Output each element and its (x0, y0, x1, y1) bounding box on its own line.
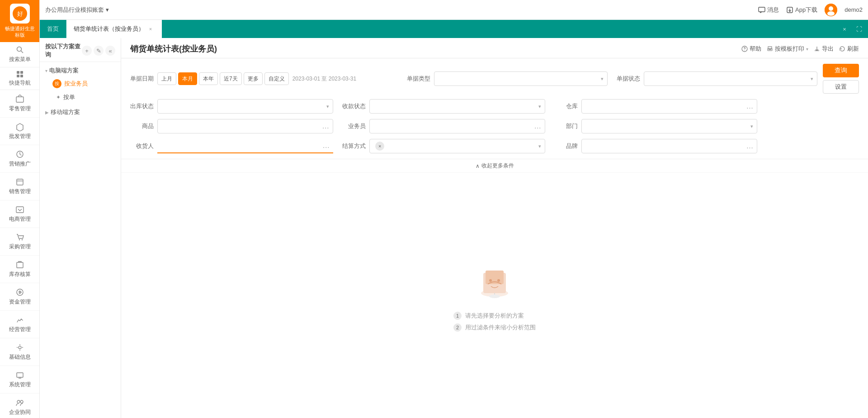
sidebar-item-sales[interactable]: 销售管理 (0, 173, 39, 200)
add-scheme-btn[interactable]: + (82, 46, 92, 56)
collapse-bar[interactable]: ∧ 收起更多条件 (121, 159, 868, 172)
content-area: 按以下方案查询 + ✎ « ▾ 电脑端方案 按 按业务员 ✦ 按单 (40, 38, 868, 418)
topbar: 办公用品行业模拟账套 ▾ 消息 App下载 demo2 (40, 0, 868, 20)
tip2-text: 用过滤条件来缩小分析范围 (465, 323, 536, 332)
tab-sales-stat[interactable]: 销货单统计表（按业务员） × (66, 20, 162, 38)
filter-row-1: 单据日期 上月 本月 本年 近7天 更多 自定义 2023-03-01 至 20… (130, 64, 859, 94)
date-btn-last-month[interactable]: 上月 (157, 72, 176, 85)
svg-rect-10 (17, 179, 23, 185)
brand-select[interactable]: … (581, 139, 757, 153)
logo-icon: 好 (10, 4, 30, 24)
sidebar-item-marketing[interactable]: 营销推广 (0, 145, 39, 173)
date-btn-this-month[interactable]: 本月 (178, 72, 197, 85)
sidebar-item-wholesale[interactable]: 批发管理 (0, 118, 39, 145)
scheme-label-salesperson: 按业务员 (64, 80, 88, 88)
warehouse-label: 仓库 (554, 102, 581, 110)
doc-status-label: 单据状态 (617, 75, 644, 83)
help-btn[interactable]: 帮助 (741, 45, 761, 53)
warehouse-dots[interactable]: … (746, 102, 753, 110)
out-status-select[interactable]: ▾ (157, 99, 333, 114)
goods-select[interactable]: … (157, 119, 333, 133)
department-select[interactable]: ▾ (581, 119, 757, 133)
sidebar-item-finance[interactable]: 资金管理 (0, 283, 39, 311)
collapse-panel-btn[interactable]: « (105, 46, 115, 56)
department-label: 部门 (554, 122, 581, 130)
date-btn-7days[interactable]: 近7天 (220, 72, 242, 85)
filter-row-3: 商品 … 业务员 … 部门 (130, 119, 859, 133)
refresh-btn[interactable]: 刷新 (839, 45, 859, 53)
scheme-item-by-salesperson[interactable]: 按 按业务员 (40, 76, 121, 91)
sidebar-item-inventory[interactable]: 库存核算 (0, 256, 39, 283)
brand-dots[interactable]: … (746, 142, 753, 150)
payment-status-select[interactable]: ▾ (369, 99, 545, 114)
svg-rect-6 (17, 75, 19, 77)
tab-home[interactable]: 首页 (40, 20, 66, 38)
filter-salesperson-field: 业务员 … (333, 119, 545, 133)
salesperson-select[interactable]: … (369, 119, 545, 133)
scheme-icon-salesperson: 按 (52, 79, 61, 88)
doc-status-select[interactable]: ▾ (644, 71, 817, 86)
brand-label: 品牌 (554, 142, 581, 150)
message-btn[interactable]: 消息 (758, 6, 779, 14)
sidebar-item-retail[interactable]: 零售管理 (0, 90, 39, 118)
payment-method-select[interactable]: × ▾ (369, 139, 545, 153)
tabbar-expand-btn[interactable]: ⛶ (854, 24, 864, 34)
date-range-display: 2023-03-01 至 2023-03-31 (292, 75, 356, 83)
workspace-selector[interactable]: 办公用品行业模拟账套 ▾ (45, 6, 109, 14)
svg-point-40 (489, 279, 492, 282)
consignee-dots[interactable]: … (322, 142, 330, 150)
username-label[interactable]: demo2 (844, 6, 863, 13)
date-btn-this-year[interactable]: 本年 (199, 72, 218, 85)
sidebar-item-cooperation[interactable]: 企业协同 (0, 394, 39, 418)
sidebar-item-purchase[interactable]: 采购管理 (0, 228, 39, 256)
date-btn-custom[interactable]: 自定义 (264, 72, 289, 85)
empty-icon (472, 259, 517, 304)
user-avatar[interactable] (825, 4, 837, 16)
consignee-select[interactable]: … (157, 139, 333, 153)
scheme-sub-item-by-doc[interactable]: ✦ 按单 (40, 91, 121, 104)
refresh-label: 刷新 (847, 45, 859, 53)
settings-btn[interactable]: 设置 (823, 80, 859, 94)
tab-sales-stat-close[interactable]: × (147, 25, 154, 33)
payment-method-arrow: ▾ (538, 143, 541, 149)
sidebar-item-system[interactable]: 系统管理 (0, 366, 39, 394)
doc-type-select[interactable]: ▾ (434, 71, 608, 86)
tabbar-close-btn[interactable]: × (839, 24, 850, 34)
query-btn[interactable]: 查询 (823, 64, 859, 77)
edit-scheme-btn[interactable]: ✎ (94, 46, 104, 56)
sidebar-search-btn[interactable]: 搜索菜单 (0, 42, 39, 67)
mobile-scheme-group[interactable]: ▶ 移动端方案 (40, 106, 121, 118)
payment-method-clear-btn[interactable]: × (375, 142, 384, 151)
empty-state: 1 请先选择要分析的方案 2 用过滤条件来缩小分析范围 (121, 173, 868, 418)
print-arrow[interactable]: ▾ (806, 47, 808, 52)
salesperson-label: 业务员 (342, 122, 369, 130)
collapse-label: 收起更多条件 (481, 162, 514, 170)
print-btn[interactable]: 按模板打印 ▾ (767, 45, 808, 53)
filter-warehouse-field: 仓库 … (545, 99, 757, 114)
svg-rect-11 (16, 207, 24, 213)
salesperson-dots[interactable]: … (534, 122, 541, 130)
quick-nav-btn[interactable]: 快捷导航 (0, 67, 39, 90)
pc-scheme-group-header[interactable]: ▾ 电脑端方案 (40, 65, 121, 76)
payment-method-label: 结算方式 (342, 142, 369, 150)
goods-label: 商品 (130, 122, 157, 130)
sidebar-item-operations[interactable]: 经营管理 (0, 311, 39, 338)
filter-payment-status-field: 收款状态 ▾ (333, 99, 545, 114)
sidebar-item-basic[interactable]: 基础信息 (0, 338, 39, 366)
workspace-arrow: ▾ (106, 6, 109, 13)
warehouse-select[interactable]: … (581, 99, 757, 114)
export-label: 导出 (822, 45, 834, 53)
export-btn[interactable]: 导出 (814, 45, 834, 53)
page-title-row: 销货单统计表(按业务员) 帮助 按模板打印 ▾ (130, 43, 859, 54)
goods-dots[interactable]: … (322, 122, 329, 130)
app-download-btn[interactable]: App下载 (786, 6, 817, 14)
svg-point-13 (21, 239, 22, 240)
payment-status-arrow: ▾ (538, 104, 541, 109)
empty-tip-2: 2 用过滤条件来缩小分析范围 (453, 323, 536, 332)
sidebar-logo[interactable]: 好 畅捷通好生意标版 (0, 0, 39, 42)
pc-group-arrow: ▾ (45, 68, 47, 73)
sidebar-item-ecommerce[interactable]: 电商管理 (0, 200, 39, 228)
date-btn-more[interactable]: 更多 (244, 72, 263, 85)
sidebar-item-ecommerce-label: 电商管理 (9, 215, 31, 223)
filter-actions-col: 查询 设置 (817, 64, 859, 94)
